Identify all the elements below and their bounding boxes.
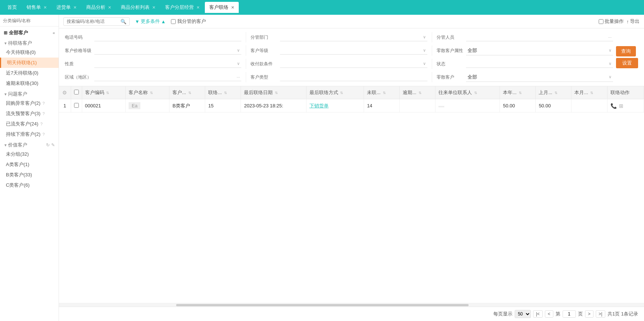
filter-cell-customer-level: 客户等级 ∨ <box>251 46 427 55</box>
toolbar-right: 批量操作 ↑ 导出 <box>599 18 640 25</box>
collapse-icon[interactable]: « <box>53 31 55 35</box>
filter-cell-customer-type: 客户类型 <box>251 73 427 81</box>
export-button[interactable]: ↑ 导出 <box>627 18 640 25</box>
nav-sales[interactable]: 销售单 ✕ <box>22 2 51 13</box>
query-button[interactable]: 查询 <box>616 46 636 56</box>
sort-icon[interactable]: ⇅ <box>383 91 386 95</box>
last-contact-method-link[interactable]: 下销货单 <box>309 103 329 108</box>
last-page-button[interactable]: >| <box>596 310 605 318</box>
sort-icon[interactable]: ⇅ <box>474 91 477 95</box>
chevron-up-icon: ▲ <box>161 19 166 24</box>
filter-price-level-select[interactable]: ∨ <box>94 46 241 55</box>
sort-icon[interactable]: ⇅ <box>554 91 557 95</box>
sidebar-all-customers[interactable]: ⊞ 全部客户 « <box>0 27 59 38</box>
nav-product-analysis-list[interactable]: 商品分析列表 ✕ <box>116 2 160 13</box>
content-area: 🔍 ▼ 更多条件 ▲ 我分管的客户 批量操作 ↑ 导出 <box>59 15 644 321</box>
filter-phone-input[interactable] <box>94 33 241 41</box>
first-page-button[interactable]: |< <box>533 310 543 318</box>
filter-region-select[interactable]: ··· <box>94 73 241 81</box>
sort-icon[interactable]: ⇅ <box>275 91 278 95</box>
help-icon: ? <box>42 132 45 137</box>
sort-icon[interactable]: ⇅ <box>224 91 227 95</box>
settings-button[interactable]: 设置 <box>616 58 638 68</box>
search-icon[interactable]: 🔍 <box>120 19 126 24</box>
close-icon[interactable]: ✕ <box>231 5 234 10</box>
close-icon[interactable]: ✕ <box>108 5 111 10</box>
sort-icon[interactable]: ⇅ <box>340 91 343 95</box>
sidebar-item-ungrouped[interactable]: 未分组(32) <box>0 149 59 159</box>
sidebar-item-c-class[interactable]: C类客户(6) <box>0 180 59 190</box>
sidebar-group-value[interactable]: ▼ 价值客户 ↻ ✎ <box>0 139 59 149</box>
sidebar-item-b-class[interactable]: B类客户(33) <box>0 170 59 180</box>
search-input[interactable] <box>67 19 119 24</box>
sidebar-item-a-class[interactable]: A类客户(1) <box>0 159 59 170</box>
prev-page-button[interactable]: < <box>545 310 553 318</box>
select-all-checkbox[interactable] <box>74 90 79 94</box>
filter-nature-select[interactable]: ∨ <box>94 60 241 68</box>
sidebar-item-tomorrow-pending[interactable]: 明天待联络(1) <box>0 58 59 68</box>
scrollbar-thumb[interactable] <box>176 304 469 306</box>
td-this-year: 50.00 <box>500 99 536 113</box>
chevron-down-icon: ∨ <box>609 75 612 79</box>
sidebar-group-pending[interactable]: ▼ 待联络客户 <box>0 38 59 47</box>
phone-action-icon[interactable]: 📞 <box>610 103 617 109</box>
horizontal-scrollbar[interactable] <box>59 303 644 307</box>
filter-payment-select[interactable]: ∨ <box>280 60 427 68</box>
close-icon[interactable]: ✕ <box>152 5 155 10</box>
close-icon[interactable]: ✕ <box>43 5 47 10</box>
sidebar-item-declining[interactable]: 持续下滑客户(2) ? <box>0 129 59 139</box>
batch-checkbox[interactable] <box>599 19 603 24</box>
next-page-button[interactable]: > <box>585 310 594 318</box>
customer-table: ⚙ 客户编码 ⇅ 客户名称 ⇅ <box>59 86 644 113</box>
sidebar-item-overdue-pending[interactable]: 逾期未联络(30) <box>0 78 59 89</box>
sidebar-group-problem[interactable]: ▼ 问题客户 <box>0 89 59 98</box>
filter-status-select[interactable]: ∨ <box>466 60 613 68</box>
sort-icon[interactable]: ⇅ <box>188 91 191 95</box>
close-icon[interactable]: ✕ <box>196 5 200 10</box>
sort-icon[interactable]: ⇅ <box>590 91 593 95</box>
filter-row-2: 客户价格等级 ∨ 客户等级 ∨ <box>65 45 613 56</box>
filter-person-input[interactable]: ··· <box>466 33 613 41</box>
sidebar-item-repurchase-abnormal[interactable]: 回购异常客户(2) ? <box>0 98 59 108</box>
batch-operation-button[interactable]: 批量操作 <box>599 18 624 25</box>
nav-purchase[interactable]: 进货单 ✕ <box>52 2 81 13</box>
td-customer-name: Ea <box>126 99 169 113</box>
sort-icon[interactable]: ⇅ <box>106 91 109 95</box>
page-size-select[interactable]: 50 <box>515 310 531 318</box>
sidebar-item-churned[interactable]: 已流失客户(24) ? <box>0 119 59 129</box>
sidebar-item-7days-pending[interactable]: 近7天待联络(0) <box>0 68 59 78</box>
sidebar-search-input[interactable] <box>3 18 58 23</box>
refresh-icon[interactable]: ↻ <box>46 142 50 148</box>
filter-retail-attr-select[interactable]: 全部 ∨ <box>466 46 613 55</box>
sidebar-item-churn-warning[interactable]: 流失预警客户(3) ? <box>0 108 59 119</box>
sort-icon[interactable]: ⇅ <box>519 91 522 95</box>
nav-product-analysis[interactable]: 商品分析 ✕ <box>82 2 116 13</box>
my-customers-checkbox[interactable] <box>171 19 176 24</box>
th-actions: 联络动作 <box>607 86 644 99</box>
sidebar-item-today-pending[interactable]: 今天待联络(0) <box>0 47 59 58</box>
sort-icon[interactable]: ⇅ <box>150 91 153 95</box>
filter-retail-customer-select[interactable]: 全部 ∨ <box>466 73 613 82</box>
more-filter-button[interactable]: ▼ 更多条件 ▲ <box>133 17 168 26</box>
gear-icon[interactable]: ⚙ <box>62 90 67 96</box>
more-action-icon[interactable]: ⊞ <box>619 103 623 109</box>
row-checkbox[interactable] <box>74 103 79 108</box>
my-customers-checkbox-label[interactable]: 我分管的客户 <box>171 18 206 25</box>
chevron-down-icon: ∨ <box>237 48 240 53</box>
page-number-input[interactable] <box>563 310 576 318</box>
th-gear: ⚙ <box>59 86 71 99</box>
th-this-year: 本年... ⇅ <box>500 86 536 99</box>
filter-customer-type-select[interactable] <box>280 73 427 81</box>
edit-icon[interactable]: ✎ <box>51 142 55 148</box>
sort-icon[interactable]: ⇅ <box>419 91 421 95</box>
filter-customer-level-select[interactable]: ∨ <box>280 46 427 55</box>
nav-customer-contact[interactable]: 客户联络 ✕ <box>205 2 239 13</box>
th-customer-code: 客户编码 ⇅ <box>82 86 126 99</box>
nav-customer-layer[interactable]: 客户分层经营 ✕ <box>161 2 204 13</box>
th-customer-name: 客户名称 ⇅ <box>126 86 169 99</box>
export-icon: ↑ <box>627 19 629 24</box>
nav-home[interactable]: 首页 <box>3 2 21 13</box>
filter-dept-select[interactable]: ∨ <box>280 33 427 41</box>
table-row: 1 000021 Ea B类客户 <box>59 99 644 113</box>
close-icon[interactable]: ✕ <box>73 5 77 10</box>
